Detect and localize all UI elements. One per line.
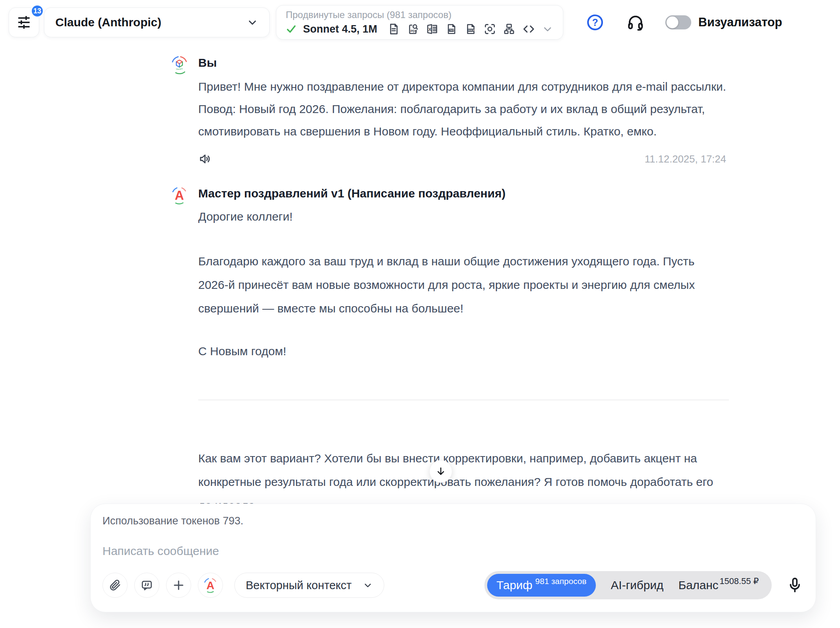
tariff-requests-count: 981 запросов [535, 577, 586, 586]
svg-text:A: A [175, 188, 184, 203]
chevron-down-icon [363, 580, 373, 590]
excel-icon[interactable]: X [425, 22, 439, 36]
comment-icon [140, 579, 153, 592]
microphone-button[interactable] [786, 576, 804, 594]
advanced-model-name: Sonnet 4.5, 1M [303, 23, 377, 35]
vector-context-label: Векторный контекст [246, 579, 352, 592]
tariff-label: Тариф [497, 579, 533, 592]
svg-text:TXT: TXT [449, 29, 454, 31]
ai-hybrid-tab[interactable]: AI-гибрид [611, 579, 663, 592]
assistant-greeting: Дорогие коллеги! [198, 205, 729, 228]
chevron-down-icon [247, 16, 258, 28]
docx-file-icon[interactable]: DOCX [464, 22, 477, 36]
check-icon [286, 24, 297, 35]
attach-file-button[interactable] [102, 573, 128, 598]
assistant-message-author: Мастер поздравлений v1 (Написание поздра… [198, 186, 729, 201]
headset-icon[interactable] [626, 13, 645, 32]
txt-file-icon[interactable]: TXT [445, 22, 458, 36]
speaker-icon[interactable] [198, 152, 212, 166]
sliders-icon [16, 15, 32, 30]
visualizer-toggle[interactable] [665, 15, 691, 29]
user-message: VseGPT Вы Привет! Мне нужно поздравление… [170, 55, 724, 166]
chevron-down-icon[interactable] [542, 23, 553, 35]
svg-text:X: X [428, 27, 431, 32]
message-timestamp: 11.12.2025, 17:24 [645, 153, 726, 165]
pdf-search-icon[interactable]: PDF [406, 22, 420, 36]
composer-toolbar: A Векторный контекст Тариф 981 запросов … [102, 571, 804, 599]
toggle-knob [667, 16, 678, 28]
svg-text:VseGPT: VseGPT [176, 68, 183, 70]
user-avatar: VseGPT [170, 55, 198, 75]
file-text-icon[interactable] [387, 22, 400, 36]
sitemap-icon[interactable] [502, 22, 516, 36]
assistant-closing: С Новым годом! [198, 345, 729, 358]
balance-label: Баланс [678, 579, 718, 592]
plus-icon [172, 578, 186, 592]
vector-context-dropdown[interactable]: Векторный контекст [234, 573, 384, 598]
scan-icon[interactable] [483, 22, 497, 36]
svg-text:PDF: PDF [411, 29, 417, 33]
assistant-body: Благодарю каждого за ваш труд и вклад в … [198, 250, 726, 320]
visualizer-label: Визуализатор [698, 15, 782, 29]
top-bar: 13 Claude (Anthropic) Продвинутые запрос… [9, 5, 831, 40]
help-icon[interactable]: ? [586, 13, 604, 31]
model-selector-label: Claude (Anthropic) [55, 16, 161, 29]
plan-info-pill: Тариф 981 запросов AI-гибрид Баланс 1508… [484, 571, 772, 599]
scroll-to-bottom-button[interactable] [429, 460, 452, 483]
user-message-author: Вы [198, 55, 726, 71]
model-selector[interactable]: Claude (Anthropic) [44, 7, 270, 37]
prompt-templates-button[interactable] [134, 573, 159, 598]
file-format-toolbar: PDF X TXT [387, 22, 553, 36]
new-chat-button[interactable] [166, 573, 191, 598]
balance-value: 1508.55 ₽ [719, 576, 759, 586]
settings-badge: 13 [31, 4, 44, 18]
user-message-text: Привет! Мне нужно поздравление от директ… [198, 75, 726, 142]
paperclip-icon [108, 579, 122, 592]
assistant-avatar: A [170, 186, 198, 205]
code-icon[interactable] [522, 22, 536, 36]
tariff-button[interactable]: Тариф 981 запросов [487, 574, 596, 597]
app-window: 13 Claude (Anthropic) Продвинутые запрос… [0, 0, 840, 628]
balance-tab[interactable]: Баланс 1508.55 ₽ [678, 579, 759, 592]
chat-thread: VseGPT Вы Привет! Мне нужно поздравление… [170, 55, 724, 517]
advanced-requests-title: Продвинутые запросы (981 запросов) [286, 9, 553, 20]
svg-text:A: A [206, 579, 214, 591]
token-usage-text: Использование токенов 793. [102, 515, 804, 527]
assistant-logo-icon: A [201, 576, 219, 594]
svg-text:?: ? [592, 17, 598, 28]
arrow-down-icon [435, 466, 446, 477]
svg-text:DOCX: DOCX [468, 29, 475, 31]
advanced-requests-panel[interactable]: Продвинутые запросы (981 запросов) Sonne… [276, 5, 563, 40]
assistant-select-button[interactable]: A [198, 573, 223, 598]
settings-button[interactable]: 13 [9, 7, 39, 37]
message-divider [198, 400, 729, 400]
message-input[interactable] [102, 544, 534, 558]
microphone-icon [786, 576, 804, 594]
composer-panel: Использование токенов 793. [90, 504, 816, 612]
